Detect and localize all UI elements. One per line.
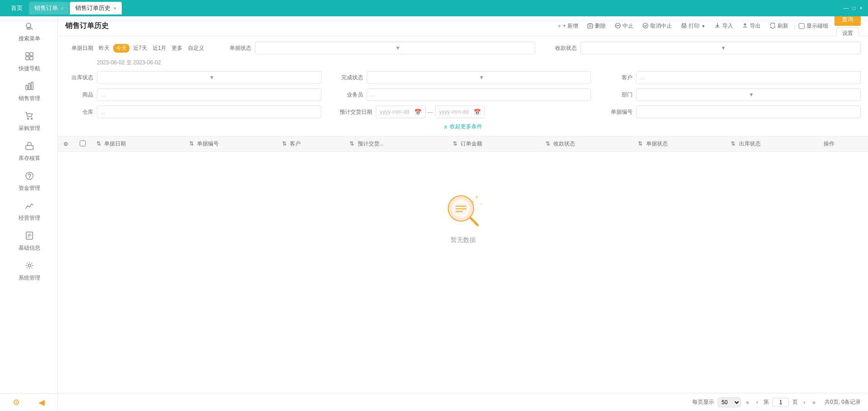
th-bill-no-sort-icon[interactable]: ⇅ (189, 140, 194, 147)
import-btn[interactable]: 导入 (712, 20, 736, 32)
th-receipt-label: 收款状态 (553, 140, 575, 147)
display-cols-checkbox[interactable]: 显示碰细 (799, 22, 828, 30)
new-btn[interactable]: + + 新增 (555, 20, 581, 32)
current-page-input[interactable] (772, 398, 789, 407)
sidebar-item-base-info[interactable]: 基础信息 (0, 226, 58, 256)
tab-sales-order-close[interactable]: × (61, 5, 63, 11)
date-label: 单据日期 (65, 44, 97, 52)
today-btn[interactable]: 今天 (113, 44, 129, 53)
bill-number-label: 单据编号 (604, 108, 636, 116)
window-maximize[interactable]: □ (853, 5, 856, 11)
query-btn[interactable]: 查询 (834, 16, 861, 26)
cancel-stop-btn[interactable]: 取消中止 (640, 20, 675, 32)
sidebar-item-sales-mgmt[interactable]: 销售管理 (0, 76, 58, 106)
sidebar-settings-btn[interactable]: ⚙ (13, 397, 20, 407)
th-customer: ⇅ 客户 (277, 136, 345, 152)
filter-row-2: 出库状态 ▼ 完成状态 ▼ 客户 ... (65, 71, 861, 84)
customer-dots: ... (640, 74, 645, 81)
tab-home[interactable]: 首页 (5, 2, 28, 15)
complete-status-select[interactable]: ▼ (367, 71, 591, 84)
ops-mgmt-icon (25, 201, 34, 213)
last7days-btn[interactable]: 近7天 (131, 44, 149, 53)
collapse-row: ∧ 收起更多条件 (65, 123, 861, 131)
product-dots: ... (101, 92, 106, 98)
sidebar-item-capital-mgmt[interactable]: 资金管理 (0, 166, 58, 196)
inventory-icon (25, 141, 34, 153)
department-select[interactable]: ▼ (636, 88, 861, 101)
receipt-status-arrow: ▼ (721, 45, 857, 51)
select-all-checkbox[interactable] (80, 140, 86, 146)
sidebar-capital-mgmt-label: 资金管理 (19, 184, 40, 192)
tab-sales-order-history[interactable]: 销售订单历史 × (70, 2, 121, 15)
salesperson-field[interactable]: ... (367, 88, 591, 101)
page-header: 销售订单历史 + + 新增 删除 中止 (58, 16, 868, 36)
tab-sales-order-history-close[interactable]: × (113, 5, 116, 11)
search-menu-icon (25, 22, 34, 33)
delete-label: 删除 (595, 22, 606, 30)
th-amount-sort-icon[interactable]: ⇅ (453, 140, 457, 147)
expected-date-to-text: yyyy-mm-dd (439, 109, 469, 115)
stop-btn[interactable]: 中止 (612, 20, 636, 32)
expected-date-from[interactable]: yyyy-mm-dd 📅 (376, 106, 426, 118)
custom-btn[interactable]: 自定义 (186, 44, 206, 53)
next-page-btn[interactable]: › (801, 398, 807, 406)
first-page-btn[interactable]: « (744, 398, 751, 406)
more-btn[interactable]: 更多 (170, 44, 184, 53)
sidebar-item-ops-mgmt[interactable]: 经营管理 (0, 196, 58, 226)
print-btn[interactable]: 打印 ▼ (678, 20, 708, 32)
sidebar-item-search-menu[interactable]: 搜索菜单 (0, 16, 58, 46)
th-check (74, 136, 91, 152)
warehouse-field[interactable]: ... (97, 106, 321, 118)
th-receipt-sort-icon[interactable]: ⇅ (546, 140, 550, 147)
export-icon (742, 23, 748, 30)
receipt-status-select[interactable]: ▼ (580, 42, 861, 54)
stop-label: 中止 (623, 22, 633, 30)
expected-date-to[interactable]: yyyy-mm-dd 📅 (435, 106, 485, 118)
warehouse-label: 仓库 (65, 108, 97, 116)
sidebar-collapse-btn[interactable]: ◀ (38, 397, 45, 407)
yesterday-btn[interactable]: 昨天 (97, 44, 111, 53)
th-customer-sort-icon[interactable]: ⇅ (282, 140, 287, 147)
export-btn[interactable]: 导出 (739, 20, 763, 32)
product-field[interactable]: ... (97, 88, 321, 101)
sidebar-item-sys-mgmt[interactable]: 系统管理 (0, 256, 58, 285)
refresh-btn[interactable]: 刷新 (767, 20, 791, 32)
display-cols-input[interactable] (799, 23, 805, 29)
customer-field[interactable]: ... (636, 71, 861, 84)
sidebar-item-quick-nav[interactable]: 快捷导航 (0, 46, 58, 76)
cancel-stop-label: 取消中止 (650, 22, 672, 30)
tab-sales-order-label: 销售订单 (34, 4, 58, 12)
collapse-btn[interactable]: ∧ 收起更多条件 (444, 123, 482, 131)
window-close[interactable]: × (859, 5, 863, 11)
table-area: ⚙ ⇅ 单据日期 ⇅ 单据编号 (58, 136, 868, 393)
content-area: 销售订单历史 + + 新增 删除 中止 (58, 16, 868, 411)
outbound-status-select[interactable]: ▼ (97, 71, 321, 84)
sidebar-item-purchase-mgmt[interactable]: 采购管理 (0, 106, 58, 136)
prev-page-btn[interactable]: ‹ (754, 398, 760, 406)
sidebar-inventory-label: 库存核算 (19, 155, 40, 162)
department-arrow: ▼ (748, 92, 857, 98)
gear-settings-icon[interactable]: ⚙ (63, 141, 68, 147)
per-page-select[interactable]: 50 10 20 100 (718, 397, 741, 407)
th-outbound-status: ⇅ 出库状态 (725, 136, 818, 152)
last-page-btn[interactable]: » (810, 398, 817, 406)
th-bill-status-sort-icon[interactable]: ⇅ (638, 140, 643, 147)
last1month-btn[interactable]: 近1月 (151, 44, 168, 53)
bill-number-field[interactable] (636, 106, 861, 118)
delete-btn[interactable]: 删除 (585, 20, 609, 32)
window-minimize[interactable]: — (844, 5, 849, 11)
import-label: 导入 (722, 22, 733, 30)
display-cols-label: 显示碰细 (806, 22, 828, 30)
th-bill-date-sort-icon[interactable]: ⇅ (96, 140, 101, 147)
sidebar-item-inventory[interactable]: 库存核算 (0, 136, 58, 166)
date-range-text: 2023-06-02 至 2023-06-02 (97, 59, 161, 67)
th-expected-delivery: ⇅ 预计交货... (344, 136, 447, 152)
th-outbound-sort-icon[interactable]: ⇅ (731, 140, 735, 147)
bill-status-select[interactable]: ▼ (255, 42, 535, 54)
filter-row-1: 单据日期 昨天 今天 近7天 近1月 更多 自定义 单据状态 ▼ (65, 42, 861, 54)
svg-line-1 (30, 27, 33, 29)
svg-line-30 (470, 218, 478, 225)
tab-sales-order[interactable]: 销售订单 × (29, 2, 69, 15)
svg-point-36 (472, 201, 474, 203)
th-expected-sort-icon[interactable]: ⇅ (350, 140, 354, 147)
